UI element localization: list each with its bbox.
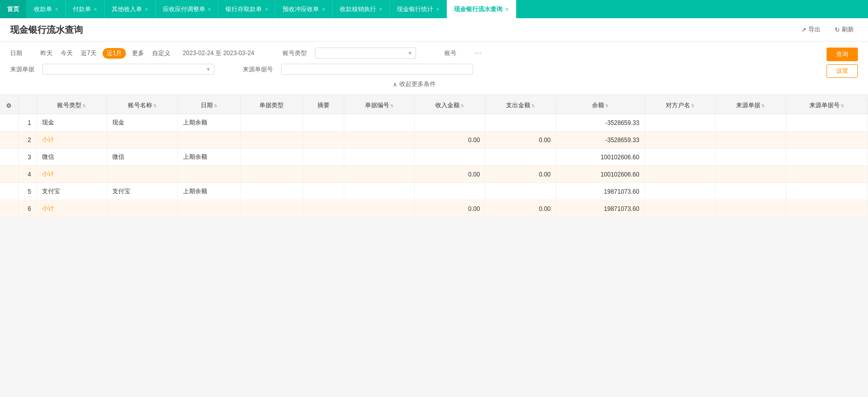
filter-buttons: 查询 设置 bbox=[827, 48, 858, 78]
nav-tab-8[interactable]: 现金银行流水查询 × bbox=[447, 0, 516, 18]
nav-tab-6[interactable]: 收款核销执行 × bbox=[333, 0, 390, 18]
col-summary: 摘要 bbox=[303, 97, 344, 114]
nav-tab-1[interactable]: 付款单 × bbox=[66, 0, 105, 18]
close-icon[interactable]: × bbox=[94, 7, 97, 12]
data-table: ⚙ 账号类型⇅ 账号名称⇅ 日期⇅ 单据类型 摘要 单据编号⇅ 收入金额⇅ 支出… bbox=[0, 97, 868, 217]
col-counter-party[interactable]: 对方户名⇅ bbox=[645, 97, 715, 114]
date-opt-more[interactable]: 更多 bbox=[130, 48, 146, 59]
close-icon[interactable]: × bbox=[55, 7, 58, 12]
close-icon[interactable]: × bbox=[506, 7, 509, 12]
nav-tab-4[interactable]: 银行存取款单 × bbox=[218, 0, 276, 18]
filter-fields: 日期 昨天 今天 近7天 近1月 更多 自定义 2023-02-24 至 202… bbox=[10, 48, 818, 89]
source-voucher-no-label: 来源单据号 bbox=[243, 65, 273, 74]
source-voucher-value bbox=[47, 66, 49, 73]
table-header: ⚙ 账号类型⇅ 账号名称⇅ 日期⇅ 单据类型 摘要 单据编号⇅ 收入金额⇅ 支出… bbox=[0, 97, 868, 114]
nav-tab-2[interactable]: 其他收入单 × bbox=[105, 0, 156, 18]
col-voucher-no[interactable]: 单据编号⇅ bbox=[344, 97, 415, 114]
page-header: 现金银行流水查询 ↗ 导出 ↻ 刷新 bbox=[0, 18, 868, 41]
export-icon: ↗ bbox=[801, 26, 806, 33]
date-opt-yesterday[interactable]: 昨天 bbox=[38, 48, 55, 59]
table-row: 5支付宝支付宝上期余额19871073.60 bbox=[0, 183, 868, 200]
col-expense[interactable]: 支出金额⇅ bbox=[485, 97, 556, 114]
col-index bbox=[18, 97, 36, 114]
account-ellipsis-button[interactable]: ··· bbox=[473, 49, 483, 58]
table-body: 1现金现金上期余额-3528659.332小计0.000.00-3528659.… bbox=[0, 114, 868, 217]
date-label: 日期 bbox=[10, 49, 30, 58]
refresh-button[interactable]: ↻ 刷新 bbox=[831, 23, 858, 36]
collapse-icon: ∧ bbox=[393, 81, 397, 88]
chevron-down-icon: ▾ bbox=[408, 50, 412, 57]
close-icon[interactable]: × bbox=[265, 7, 268, 12]
nav-tab-0[interactable]: 收款单 × bbox=[27, 0, 66, 18]
filter-area: 日期 昨天 今天 近7天 近1月 更多 自定义 2023-02-24 至 202… bbox=[0, 41, 868, 95]
filter-main-row: 日期 昨天 今天 近7天 近1月 更多 自定义 2023-02-24 至 202… bbox=[10, 48, 858, 89]
export-button[interactable]: ↗ 导出 bbox=[797, 23, 825, 36]
settings-icon[interactable]: ⚙ bbox=[6, 102, 12, 109]
nav-tab-5[interactable]: 预收冲应收单 × bbox=[276, 0, 333, 18]
date-range: 2023-02-24 至 2023-03-24 bbox=[182, 49, 254, 58]
nav-home[interactable]: 首页 bbox=[0, 0, 27, 18]
top-navigation: 首页 收款单 × 付款单 × 其他收入单 × 应收应付调整单 × 银行存取款单 … bbox=[0, 0, 868, 18]
close-icon[interactable]: × bbox=[208, 7, 211, 12]
account-label: 账号 bbox=[444, 49, 465, 58]
col-account-type[interactable]: 账号类型⇅ bbox=[36, 97, 107, 114]
close-icon[interactable]: × bbox=[322, 7, 325, 12]
nav-tab-3[interactable]: 应收应付调整单 × bbox=[156, 0, 219, 18]
col-balance[interactable]: 余额⇅ bbox=[556, 97, 645, 114]
date-opt-custom[interactable]: 自定义 bbox=[150, 48, 172, 59]
account-type-label: 账号类型 bbox=[283, 49, 307, 58]
filter-row-1: 日期 昨天 今天 近7天 近1月 更多 自定义 2023-02-24 至 202… bbox=[10, 48, 818, 59]
filter-row-2: 来源单据 ▾ 来源单据号 bbox=[10, 64, 818, 75]
col-voucher-type: 单据类型 bbox=[241, 97, 303, 114]
source-voucher-label: 来源单据 bbox=[10, 65, 34, 74]
refresh-icon: ↻ bbox=[835, 26, 840, 33]
account-type-value bbox=[319, 50, 321, 57]
close-icon[interactable]: × bbox=[436, 7, 439, 12]
header-actions: ↗ 导出 ↻ 刷新 bbox=[797, 23, 858, 36]
date-options: 昨天 今天 近7天 近1月 更多 自定义 bbox=[38, 48, 172, 59]
source-voucher-no-input[interactable] bbox=[281, 64, 473, 75]
col-date[interactable]: 日期⇅ bbox=[178, 97, 241, 114]
col-account-name[interactable]: 账号名称⇅ bbox=[107, 97, 178, 114]
account-type-select[interactable]: ▾ bbox=[315, 48, 416, 59]
table-row: 2小计0.000.00-3528659.33 bbox=[0, 131, 868, 149]
table-row: 3微信微信上期余额100102606.60 bbox=[0, 149, 868, 166]
page-title: 现金银行流水查询 bbox=[10, 24, 83, 36]
settings-button[interactable]: 设置 bbox=[827, 64, 858, 78]
table-row: 6小计0.000.0019871073.60 bbox=[0, 200, 868, 217]
col-settings[interactable]: ⚙ bbox=[0, 97, 18, 114]
query-button[interactable]: 查询 bbox=[827, 48, 858, 61]
source-voucher-select[interactable]: ▾ bbox=[42, 64, 214, 75]
col-source-voucher[interactable]: 来源单据⇅ bbox=[715, 97, 786, 114]
date-opt-7days[interactable]: 近7天 bbox=[79, 48, 99, 59]
chevron-down-icon-2: ▾ bbox=[207, 66, 210, 73]
table-row: 1现金现金上期余额-3528659.33 bbox=[0, 114, 868, 131]
table-container: ⚙ 账号类型⇅ 账号名称⇅ 日期⇅ 单据类型 摘要 单据编号⇅ 收入金额⇅ 支出… bbox=[0, 97, 868, 217]
col-income[interactable]: 收入金额⇅ bbox=[415, 97, 485, 114]
table-row: 4小计0.000.00100102606.60 bbox=[0, 166, 868, 183]
close-icon[interactable]: × bbox=[379, 7, 382, 12]
date-opt-today[interactable]: 今天 bbox=[59, 48, 75, 59]
collapse-bar[interactable]: ∧ 收起更多条件 bbox=[10, 80, 818, 89]
close-icon[interactable]: × bbox=[145, 7, 148, 12]
col-source-no[interactable]: 来源单据号⇅ bbox=[786, 97, 868, 114]
date-opt-1month[interactable]: 近1月 bbox=[103, 48, 126, 59]
nav-tab-7[interactable]: 现金银行统计 × bbox=[390, 0, 447, 18]
